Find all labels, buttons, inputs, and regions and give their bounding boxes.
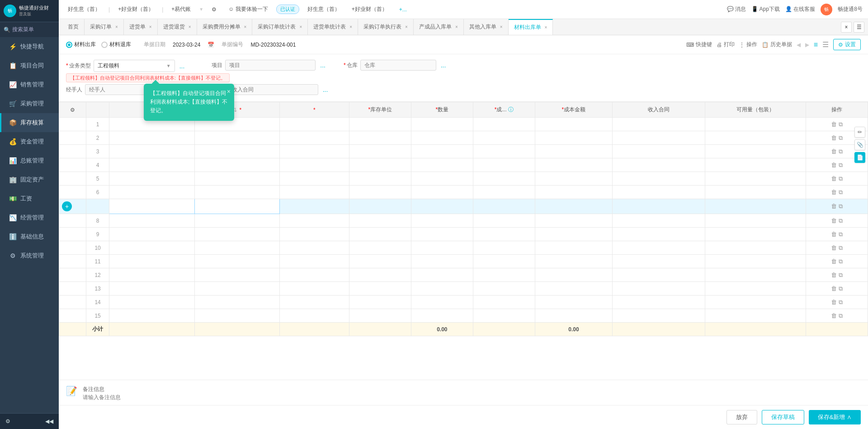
cell-unit[interactable] bbox=[349, 282, 411, 296]
cell-cost-price[interactable] bbox=[473, 131, 535, 145]
cell-spec[interactable] bbox=[279, 172, 349, 186]
cell-spec[interactable] bbox=[279, 228, 349, 241]
delete-row-btn[interactable]: 🗑 bbox=[831, 244, 837, 252]
sidebar-item-salary[interactable]: 💵 工资 bbox=[0, 189, 59, 208]
tab-po[interactable]: 采购订单 × bbox=[85, 19, 124, 35]
delete-row-btn[interactable]: 🗑 bbox=[831, 299, 837, 306]
income-contract-dots[interactable]: ... bbox=[323, 86, 328, 93]
cell-project[interactable] bbox=[109, 214, 194, 228]
top-nav-agent[interactable]: +易代账 bbox=[168, 4, 194, 15]
add-row-cell-4[interactable] bbox=[349, 199, 411, 214]
cell-project[interactable] bbox=[109, 158, 194, 172]
cell-spec[interactable] bbox=[279, 309, 349, 323]
cell-qty[interactable] bbox=[411, 118, 473, 131]
cell-cost-price[interactable] bbox=[473, 282, 535, 296]
col-spec-header[interactable]: * bbox=[279, 102, 349, 118]
cell-cost-price[interactable] bbox=[473, 268, 535, 282]
cell-income-contract[interactable] bbox=[612, 214, 705, 228]
cell-spec[interactable] bbox=[279, 186, 349, 199]
cell-available-qty[interactable] bbox=[705, 282, 806, 296]
tab-close-icon[interactable]: × bbox=[115, 24, 118, 29]
cell-project[interactable] bbox=[109, 268, 194, 282]
add-row-cell-9[interactable] bbox=[705, 199, 806, 214]
user-avatar[interactable]: 畅 bbox=[821, 4, 832, 15]
settings-icon[interactable]: ⚙ bbox=[5, 418, 10, 424]
cell-unit[interactable] bbox=[349, 172, 411, 186]
cell-cost-price[interactable] bbox=[473, 172, 535, 186]
cell-unit[interactable] bbox=[349, 158, 411, 172]
cell-available-qty[interactable] bbox=[705, 145, 806, 158]
copy-row-btn[interactable]: ⧉ bbox=[839, 148, 843, 155]
cell-income-contract[interactable] bbox=[612, 186, 705, 199]
biz-type-select[interactable]: 工程领料 ▼ bbox=[94, 60, 175, 72]
copy-row-btn[interactable]: ⧉ bbox=[839, 312, 843, 319]
collapse-icon[interactable]: ◀◀ bbox=[45, 418, 53, 424]
cell-project[interactable] bbox=[109, 309, 194, 323]
side-green-icon[interactable]: 📄 bbox=[854, 152, 865, 163]
cell-cost-price[interactable] bbox=[473, 158, 535, 172]
operation-btn[interactable]: ⋮ 操作 bbox=[739, 41, 757, 48]
project-input[interactable] bbox=[225, 60, 316, 71]
copy-row-btn[interactable]: ⧉ bbox=[839, 299, 843, 306]
settings-btn[interactable]: ⚙ 设置 bbox=[833, 39, 861, 50]
cell-name[interactable] bbox=[194, 228, 279, 241]
sidebar-item-project[interactable]: 📋 项目合同 bbox=[0, 56, 59, 75]
cell-available-qty[interactable] bbox=[705, 268, 806, 282]
delete-row-btn[interactable]: 🗑 bbox=[831, 312, 837, 319]
delete-row-btn[interactable]: 🗑 bbox=[831, 231, 837, 238]
delete-row-btn[interactable]: 🗑 bbox=[831, 217, 837, 224]
delete-row-btn[interactable]: 🗑 bbox=[831, 148, 837, 155]
cell-income-contract[interactable] bbox=[612, 228, 705, 241]
cell-name[interactable] bbox=[194, 158, 279, 172]
cell-spec[interactable] bbox=[279, 214, 349, 228]
cell-name[interactable] bbox=[194, 282, 279, 296]
cell-project[interactable] bbox=[109, 145, 194, 158]
cell-unit[interactable] bbox=[349, 268, 411, 282]
add-row-cell-7[interactable] bbox=[535, 199, 612, 214]
cell-qty[interactable] bbox=[411, 158, 473, 172]
copy-row-btn[interactable]: ⧉ bbox=[839, 244, 843, 252]
sidebar-item-system[interactable]: ⚙ 系统管理 bbox=[0, 246, 59, 265]
cell-available-qty[interactable] bbox=[705, 118, 806, 131]
delete-row-btn[interactable]: 🗑 bbox=[831, 285, 837, 292]
cell-name[interactable] bbox=[194, 241, 279, 255]
cell-cost-amount[interactable] bbox=[535, 309, 612, 323]
tab-home[interactable]: 首页 bbox=[62, 19, 85, 35]
cell-cost-amount[interactable] bbox=[535, 186, 612, 199]
cell-cost-price[interactable] bbox=[473, 255, 535, 268]
tab-close-icon[interactable]: × bbox=[545, 25, 547, 30]
cell-qty[interactable] bbox=[411, 282, 473, 296]
tab-po-stat[interactable]: 采购订单统计表 × bbox=[252, 19, 308, 35]
copy-row-btn[interactable]: ⧉ bbox=[839, 175, 843, 182]
copy-row-btn[interactable]: ⧉ bbox=[839, 189, 843, 196]
print-btn[interactable]: 🖨 打印 bbox=[717, 41, 735, 48]
delete-row-btn[interactable]: 🗑 bbox=[831, 162, 837, 169]
cell-cost-price[interactable] bbox=[473, 228, 535, 241]
cell-name[interactable] bbox=[194, 145, 279, 158]
cell-qty[interactable] bbox=[411, 268, 473, 282]
cell-available-qty[interactable] bbox=[705, 158, 806, 172]
cell-available-qty[interactable] bbox=[705, 214, 806, 228]
copy-row-btn[interactable]: ⧉ bbox=[839, 162, 843, 169]
info-icon[interactable]: ⓘ bbox=[508, 106, 514, 113]
cell-cost-price[interactable] bbox=[473, 118, 535, 131]
cell-project[interactable] bbox=[109, 296, 194, 309]
cell-project[interactable] bbox=[109, 172, 194, 186]
cell-qty[interactable] bbox=[411, 172, 473, 186]
app-download-btn[interactable]: 📱 App下载 bbox=[751, 5, 780, 13]
cell-name[interactable] bbox=[194, 309, 279, 323]
add-row-cell-3[interactable] bbox=[279, 199, 349, 214]
tab-material-out[interactable]: 材料出库单 × bbox=[509, 19, 553, 35]
sidebar-item-ledger[interactable]: 📊 总账管理 bbox=[0, 151, 59, 170]
history-btn[interactable]: 📋 历史单据 bbox=[762, 41, 792, 48]
cell-qty[interactable] bbox=[411, 255, 473, 268]
tab-list-btn[interactable]: ☰ bbox=[854, 22, 864, 33]
add-row-cell-project[interactable] bbox=[109, 199, 194, 214]
add-row-cell-name[interactable] bbox=[194, 199, 279, 214]
sidebar-item-base-info[interactable]: ℹ️ 基础信息 bbox=[0, 227, 59, 246]
cell-available-qty[interactable] bbox=[705, 131, 806, 145]
biz-type-dots[interactable]: ... bbox=[179, 62, 185, 70]
cell-cost-amount[interactable] bbox=[535, 296, 612, 309]
cell-unit[interactable] bbox=[349, 296, 411, 309]
add-row-cell-5[interactable] bbox=[411, 199, 473, 214]
